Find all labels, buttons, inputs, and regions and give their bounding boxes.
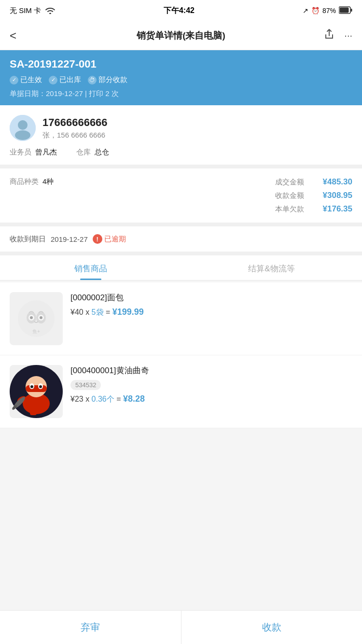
product-name-2: [000400001]黄油曲奇: [70, 365, 352, 376]
svg-point-21: [39, 385, 42, 388]
salesperson-label: 业务员: [10, 148, 31, 157]
warehouse-detail: 仓库 总仓: [76, 148, 109, 157]
svg-rect-17: [26, 385, 47, 392]
product-list: 鱼+ [0000002]面包 ¥40 x 5袋 = ¥199.99: [0, 282, 362, 428]
product-total-2: ¥8.28: [123, 394, 145, 404]
product-thumbnail-1: 鱼+: [10, 292, 63, 345]
svg-rect-23: [30, 411, 37, 415]
cancel-review-button[interactable]: 弃审: [0, 611, 181, 644]
due-date-label: 收款到期日: [10, 235, 46, 244]
overdue-badge: ! 已逾期: [93, 234, 126, 244]
header-meta: 单据日期：2019-12-27 | 打印 2 次: [10, 89, 352, 98]
product-item: 鱼+ [0000002]面包 ¥40 x 5袋 = ¥199.99: [0, 282, 362, 355]
product-price-row-2: ¥23 x 0.36个 = ¥8.28: [70, 394, 352, 405]
payment-button[interactable]: 收款: [181, 611, 362, 644]
check-icon-2: ✓: [49, 76, 57, 84]
customer-section: 17666666666 张，156 6666 6666 业务员 曾凡杰 仓库 总…: [0, 105, 362, 168]
product-tabs: 销售商品 结算&物流等: [0, 255, 362, 280]
overdue-dot-icon: !: [93, 234, 102, 244]
battery-text: 87%: [322, 7, 336, 14]
summary-section: 商品种类 4种 成交金额 ¥485.30 收款金额 ¥308.95 本单欠款 ¥…: [0, 168, 362, 226]
deal-amount-label: 成交金额: [275, 178, 304, 187]
svg-rect-1: [350, 9, 352, 12]
alarm-icon: ⏰: [311, 7, 320, 14]
due-date-section: 收款到期日 2019-12-27 ! 已逾期: [0, 226, 362, 255]
nav-actions: ···: [324, 29, 352, 42]
product-total-1: ¥199.99: [112, 307, 144, 317]
more-button[interactable]: ···: [344, 30, 352, 41]
svg-point-5: [15, 130, 30, 140]
deal-amount-row: 成交金额 ¥485.30: [275, 177, 352, 187]
product-sku-2: 534532: [70, 380, 101, 390]
product-type-label: 商品种类: [10, 177, 39, 186]
salesperson-detail: 业务员 曾凡杰: [10, 148, 57, 157]
deal-amount-value: ¥485.30: [314, 177, 352, 187]
warehouse-label: 仓库: [76, 148, 91, 157]
svg-rect-2: [339, 7, 348, 13]
payment-amount-row: 收款金额 ¥308.95: [275, 191, 352, 200]
svg-point-4: [18, 120, 28, 130]
due-date-value: 2019-12-27: [51, 235, 88, 243]
status-bar: 无 SIM 卡 下午4:42 ↗ ⏰ 87%: [0, 0, 362, 21]
product-type-info: 商品种类 4种: [10, 177, 54, 186]
location-icon: ↗: [303, 7, 308, 14]
payment-amount-label: 收款金额: [275, 191, 304, 200]
badge-partial-payment: ⏱ 部分收款: [88, 75, 127, 84]
product-info-2: [000400001]黄油曲奇 534532 ¥23 x 0.36个 = ¥8.…: [70, 365, 352, 418]
sim-text: 无 SIM 卡: [10, 6, 41, 15]
status-right: ↗ ⏰ 87%: [303, 6, 352, 15]
svg-point-20: [30, 385, 33, 388]
customer-info: 17666666666 张，156 6666 6666: [42, 116, 108, 140]
bottom-bar: 弃审 收款: [0, 610, 362, 644]
order-id: SA-20191227-001: [10, 58, 352, 70]
product-unit-price-2: ¥23: [70, 395, 84, 403]
overdue-text: 已逾期: [104, 235, 126, 244]
wifi-icon: [45, 6, 56, 15]
badge-shipped: ✓ 已出库: [49, 75, 81, 84]
product-quantity-2: 0.36个: [92, 395, 114, 403]
owed-amount-value: ¥176.35: [314, 204, 352, 214]
amount-info: 成交金额 ¥485.30 收款金额 ¥308.95 本单欠款 ¥176.35: [275, 177, 352, 214]
summary-row: 商品种类 4种 成交金额 ¥485.30 收款金额 ¥308.95 本单欠款 ¥…: [10, 177, 352, 214]
clock-icon: ⏱: [88, 76, 97, 84]
badge-effective: ✓ 已生效: [10, 75, 42, 84]
page-title: 销货单详情(来自电脑): [137, 29, 225, 42]
status-left: 无 SIM 卡: [10, 6, 56, 15]
svg-point-11: [30, 316, 33, 319]
customer-avatar: [10, 115, 36, 141]
salesperson-value: 曾凡杰: [35, 148, 57, 157]
product-price-row-1: ¥40 x 5袋 = ¥199.99: [70, 307, 352, 318]
check-icon-1: ✓: [10, 76, 18, 84]
owed-amount-row: 本单欠款 ¥176.35: [275, 204, 352, 214]
svg-text:鱼+: 鱼+: [32, 329, 40, 334]
nav-bar: < 销货单详情(来自电脑) ···: [0, 21, 362, 50]
svg-point-12: [40, 316, 42, 319]
customer-details: 业务员 曾凡杰 仓库 总仓: [10, 148, 352, 157]
product-thumbnail-2: [10, 365, 63, 418]
warehouse-value: 总仓: [95, 148, 109, 157]
product-type-value: 4种: [42, 177, 54, 186]
battery-icon: [339, 6, 352, 15]
product-unit-price-1: ¥40: [70, 308, 84, 316]
status-time: 下午4:42: [164, 6, 195, 16]
product-quantity-1: 5袋: [92, 308, 104, 316]
customer-row: 17666666666 张，156 6666 6666: [10, 115, 352, 141]
product-info-1: [0000002]面包 ¥40 x 5袋 = ¥199.99: [70, 292, 352, 345]
customer-sub: 张，156 6666 6666: [42, 131, 108, 140]
back-button[interactable]: <: [10, 29, 31, 42]
product-name-1: [0000002]面包: [70, 292, 352, 303]
product-item: [000400001]黄油曲奇 534532 ¥23 x 0.36个 = ¥8.…: [0, 355, 362, 428]
share-button[interactable]: [324, 29, 334, 42]
tab-sales-products[interactable]: 销售商品: [0, 255, 181, 280]
customer-name: 17666666666: [42, 116, 108, 129]
header-banner: SA-20191227-001 ✓ 已生效 ✓ 已出库 ⏱ 部分收款 单据日期：…: [0, 50, 362, 105]
header-badges: ✓ 已生效 ✓ 已出库 ⏱ 部分收款: [10, 75, 352, 84]
owed-amount-label: 本单欠款: [275, 205, 304, 214]
tab-settlement[interactable]: 结算&物流等: [181, 255, 362, 280]
payment-amount-value: ¥308.95: [314, 191, 352, 200]
